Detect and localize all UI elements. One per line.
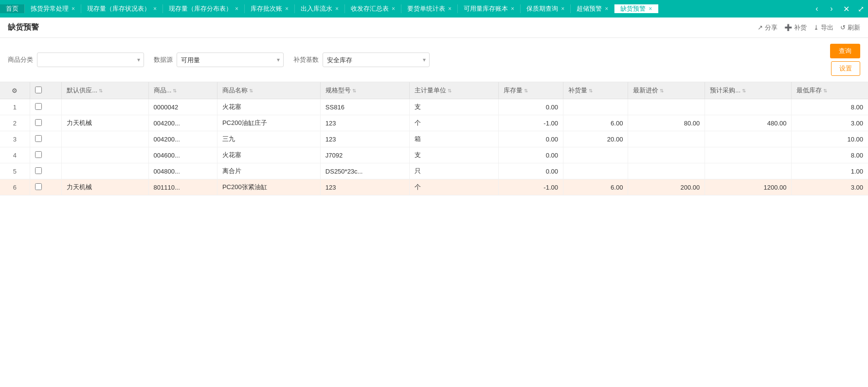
row-checkbox-4 <box>30 163 62 179</box>
nav-item-2[interactable]: 现存量（库存状况表）× <box>81 4 163 13</box>
nav-item-6[interactable]: 收发存汇总表× <box>345 4 401 13</box>
query-button[interactable]: 查询 <box>830 44 860 58</box>
supplier-col-header[interactable]: 默认供应...⇅ <box>62 82 148 99</box>
row-stock-4: 0.00 <box>498 163 563 179</box>
row-stock-0: 0.00 <box>498 99 563 115</box>
row-select-0[interactable] <box>35 103 42 110</box>
name-col-header[interactable]: 商品名称⇅ <box>217 82 320 99</box>
replenish-action[interactable]: ➕ 补货 <box>784 23 807 32</box>
nav-close-3[interactable]: × <box>235 5 238 12</box>
row-supplier-0 <box>62 99 148 115</box>
row-stock-5: -1.00 <box>498 179 563 195</box>
share-action[interactable]: ↗ 分享 <box>758 23 778 32</box>
code-sort-icon: ⇅ <box>173 88 177 93</box>
category-select[interactable] <box>37 53 144 67</box>
row-latest-price-0 <box>628 99 705 115</box>
nav-item-4[interactable]: 库存批次账× <box>245 4 295 13</box>
stock-col-header[interactable]: 库存量⇅ <box>498 82 563 99</box>
replenish-label: 补货 <box>794 23 807 32</box>
nav-item-7[interactable]: 要货单统计表× <box>401 4 458 13</box>
row-select-5[interactable] <box>35 183 42 190</box>
nav-item-9[interactable]: 保质期查询× <box>521 4 571 13</box>
spec-col-header[interactable]: 规格型号⇅ <box>320 82 409 99</box>
row-num-4: 5 <box>0 163 30 179</box>
nav-item-10[interactable]: 超储预警× <box>571 4 615 13</box>
nav-close-2[interactable]: × <box>153 5 157 12</box>
row-supplier-3 <box>62 147 148 163</box>
settings-button[interactable]: 设置 <box>831 61 860 76</box>
restock-filter-group: 补货基数 安全库存 <box>293 53 430 67</box>
nav-close-btn[interactable]: ✕ <box>839 0 853 18</box>
row-min-stock-3: 8.00 <box>792 147 868 163</box>
row-unit-5: 个 <box>410 179 498 195</box>
row-num-5: 6 <box>0 179 30 195</box>
row-select-1[interactable] <box>35 119 42 126</box>
name-sort-icon: ⇅ <box>249 88 253 93</box>
row-spec-4: DS250*23c... <box>320 163 409 179</box>
restock-col-header[interactable]: 补货量⇅ <box>563 82 628 99</box>
row-unit-3: 支 <box>410 147 498 163</box>
row-num-3: 4 <box>0 147 30 163</box>
row-stock-3: 0.00 <box>498 147 563 163</box>
nav-item-8[interactable]: 可用量库存账本× <box>458 4 521 13</box>
row-select-2[interactable] <box>35 135 42 142</box>
code-col-header[interactable]: 商品...⇅ <box>148 82 217 99</box>
row-est-purchase-1: 480.00 <box>705 115 792 131</box>
row-min-stock-4: 1.00 <box>792 163 868 179</box>
export-action[interactable]: ⤓ 导出 <box>814 23 833 32</box>
datasource-filter-group: 数据源 可用量 <box>154 53 284 67</box>
nav-close-5[interactable]: × <box>335 5 339 12</box>
nav-item-5[interactable]: 出入库流水× <box>295 4 345 13</box>
nav-close-11[interactable]: × <box>649 5 652 12</box>
nav-close-9[interactable]: × <box>561 5 564 12</box>
nav-item-0[interactable]: 首页 <box>0 4 25 13</box>
row-select-4[interactable] <box>35 167 42 174</box>
min-stock-col-header[interactable]: 最低库存⇅ <box>792 82 868 99</box>
nav-item-3[interactable]: 现存量（库存分布表）× <box>163 4 245 13</box>
nav-close-1[interactable]: × <box>72 5 75 12</box>
nav-right-buttons: ‹ › ✕ ⤢ <box>810 0 868 18</box>
nav-close-7[interactable]: × <box>448 5 452 12</box>
nav-expand-btn[interactable]: ⤢ <box>853 0 868 18</box>
nav-close-8[interactable]: × <box>511 5 514 12</box>
nav-close-6[interactable]: × <box>392 5 395 12</box>
row-select-3[interactable] <box>35 151 42 158</box>
row-est-purchase-3 <box>705 147 792 163</box>
row-name-0: 火花塞 <box>217 99 320 115</box>
row-restock-0 <box>563 99 628 115</box>
table-row: 5 004800... 离合片 DS250*23c... 只 0.00 1.00 <box>0 163 868 179</box>
category-select-wrap <box>37 53 144 67</box>
latest-price-col-header[interactable]: 最新进价⇅ <box>628 82 705 99</box>
row-stock-2: 0.00 <box>498 131 563 147</box>
datasource-label: 数据源 <box>154 55 173 64</box>
category-label: 商品分类 <box>8 55 33 64</box>
settings-col-header[interactable]: ⚙ <box>0 82 30 99</box>
select-all-checkbox[interactable] <box>35 87 42 93</box>
row-est-purchase-0 <box>705 99 792 115</box>
table-row: 6 力天机械 801110... PC200张紧油缸 123 个 -1.00 6… <box>0 179 868 195</box>
row-latest-price-1: 80.00 <box>628 115 705 131</box>
refresh-icon: ↺ <box>840 24 846 31</box>
row-spec-0: SS816 <box>320 99 409 115</box>
export-icon: ⤓ <box>814 24 819 31</box>
stock-sort-icon: ⇅ <box>524 88 528 93</box>
nav-item-11[interactable]: 缺货预警× <box>615 4 658 13</box>
page-header: 缺货预警 ↗ 分享 ➕ 补货 ⤓ 导出 ↺ 刷新 <box>0 18 868 38</box>
spec-sort-icon: ⇅ <box>352 88 356 93</box>
row-checkbox-5 <box>30 179 62 195</box>
nav-close-10[interactable]: × <box>605 5 608 12</box>
table-row: 4 004600... 火花塞 J7092 支 0.00 8.00 <box>0 147 868 163</box>
nav-close-4[interactable]: × <box>285 5 289 12</box>
nav-prev-btn[interactable]: ‹ <box>810 0 824 18</box>
nav-item-1[interactable]: 拣货异常处理× <box>25 4 81 13</box>
unit-col-header[interactable]: 主计量单位⇅ <box>410 82 498 99</box>
restock-select[interactable]: 安全库存 <box>323 53 430 67</box>
row-num-0: 1 <box>0 99 30 115</box>
nav-next-btn[interactable]: › <box>824 0 839 18</box>
row-code-5: 801110... <box>148 179 217 195</box>
row-code-4: 004800... <box>148 163 217 179</box>
datasource-select[interactable]: 可用量 <box>177 53 284 67</box>
row-restock-4 <box>563 163 628 179</box>
est-purchase-col-header[interactable]: 预计采购...⇅ <box>705 82 792 99</box>
refresh-action[interactable]: ↺ 刷新 <box>840 23 860 32</box>
